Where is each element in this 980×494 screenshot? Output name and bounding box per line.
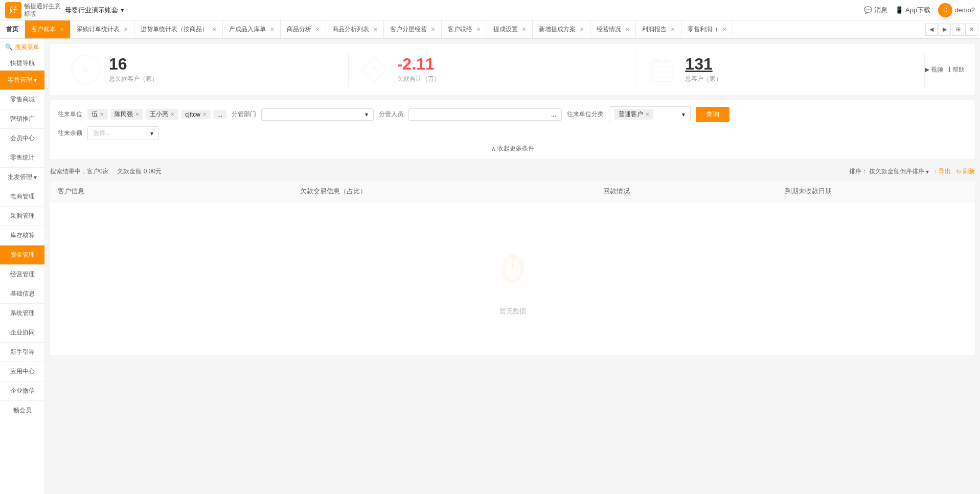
tag-cjttcw: cjttcw ✕ [181,110,211,119]
tab-purchase-stats[interactable]: 进货单统计表（按商品） ✕ [134,20,223,39]
tag-close-wang[interactable]: ✕ [170,111,174,117]
col-due-date: 到期未收款日期 [785,187,967,196]
tab-new-raise[interactable]: 新增提成方案 ✕ [533,20,590,39]
refresh-button[interactable]: ↻ 刷新 [956,167,975,176]
logo-area: 好 畅捷通好生意 标版 [5,2,61,18]
nav-prev-btn[interactable]: ◀ [925,24,938,36]
category-select[interactable]: 普通客户 ✕ ▾ [609,106,691,122]
nav-next-btn[interactable]: ▶ [939,24,951,36]
close-icon[interactable]: ✕ [522,27,526,32]
tab-product-analysis[interactable]: 商品分析 ✕ [281,20,326,39]
sidebar-item-enterprise[interactable]: 企业协同 [0,323,44,343]
tab-business-status[interactable]: 经营情况 ✕ [590,20,636,39]
col-repay-status: 回款情况 [603,187,785,196]
tab-product-entry[interactable]: 产成品入库单 ✕ [223,20,281,39]
sidebar-search[interactable]: 🔍 搜索菜单 [0,39,44,56]
chevron-down-icon: ▾ [365,111,368,118]
stats-row: ¥ 16 总欠款客户（家） ✦ -2.11 欠款合计（万） [50,44,975,95]
person-input[interactable]: ... [408,108,562,121]
store-selector[interactable]: 母婴行业演示账套 ▾ [65,6,124,15]
sidebar-item-basic[interactable]: 基础信息 [0,284,44,304]
sidebar-item-finance[interactable]: 资金管理 [0,245,44,265]
nav-close-btn[interactable]: ✕ [965,24,977,36]
sidebar-item-inventory[interactable]: 库存核算 [0,226,44,245]
sidebar-item-ecommerce[interactable]: 电商管理 [0,187,44,207]
sidebar-item-vip[interactable]: 畅会员 [0,401,44,420]
close-icon[interactable]: ✕ [124,27,128,32]
table-header: 客户信息 欠款交易信息（占比） 回款情况 到期未收款日期 [50,182,975,201]
tab-retail-profit[interactable]: 零售利润（ ✕ [681,20,733,39]
sidebar-item-guide[interactable]: 新手引导 [0,343,44,362]
sidebar-quick-nav[interactable]: 快捷导航 [0,56,44,71]
tag-close-chen[interactable]: ✕ [135,111,139,117]
chevron-down-icon: ▾ [121,6,124,14]
dept-select[interactable]: ▾ [261,108,374,121]
tab-customer-segment[interactable]: 客户分层经营 ✕ [384,20,442,39]
more-icon[interactable]: ... [551,111,556,118]
sidebar-item-retail-stats[interactable]: 零售统计 [0,148,44,168]
col-overdue-info: 欠款交易信息（占比） [300,187,603,196]
user-menu[interactable]: D demo2 [938,3,975,17]
close-icon[interactable]: ✕ [373,27,377,32]
svg-point-13 [510,253,516,259]
close-icon[interactable]: ✕ [580,27,584,32]
sidebar-item-wholesale[interactable]: 批发管理 ▾ [0,168,44,187]
close-icon[interactable]: ✕ [60,27,64,32]
tab-raise-setting[interactable]: 提成设置 ✕ [487,20,533,39]
remainder-select[interactable]: 选择... ▾ [87,126,159,140]
tab-customer-contact[interactable]: 客户联络 ✕ [442,20,487,39]
sidebar-item-apps[interactable]: 应用中心 [0,362,44,381]
export-button[interactable]: ↑ 导出 [934,167,951,176]
message-btn[interactable]: 💬 消息 [864,6,887,15]
category-label: 往来单位分类 [567,110,604,119]
app-download-btn[interactable]: 📱 App下载 [895,6,930,15]
nav-end-buttons: ◀ ▶ ⊞ ✕ [925,24,980,36]
tag-close-normal[interactable]: ✕ [645,111,649,117]
sidebar-item-purchase[interactable]: 采购管理 [0,207,44,226]
help-icon: ℹ [948,66,951,73]
content-area: ¥ 16 总欠款客户（家） ✦ -2.11 欠款合计（万） [45,39,980,494]
empty-icon [487,241,538,302]
help-btn[interactable]: ℹ 帮助 [948,65,965,74]
tab-customer-account[interactable]: 客户账本 ✕ [25,20,71,39]
sidebar-item-system[interactable]: 系统管理 [0,304,44,323]
close-icon[interactable]: ✕ [722,27,726,32]
sidebar-item-marketing[interactable]: 营销推广 [0,109,44,129]
close-icon[interactable]: ✕ [625,27,629,32]
collapse-button[interactable]: ∧ 收起更多条件 [491,144,534,153]
close-icon[interactable]: ✕ [476,27,481,32]
close-icon[interactable]: ✕ [431,27,435,32]
nav-expand-btn[interactable]: ⊞ [952,24,964,36]
logo-icon: 好 [5,2,21,18]
top-bar-right: 💬 消息 📱 App下载 D demo2 [864,3,975,17]
tag-close-cjttcw[interactable]: ✕ [202,111,207,117]
close-icon[interactable]: ✕ [212,27,216,32]
tab-profit-report[interactable]: 利润报告 ✕ [636,20,681,39]
sidebar-item-business[interactable]: 经营管理 [0,265,44,284]
sidebar-item-member[interactable]: 会员中心 [0,129,44,148]
tag-wu: 伍 ✕ [87,109,108,120]
dept-label: 分管部门 [232,110,256,119]
tab-product-analysis-list[interactable]: 商品分析列表 ✕ [326,20,384,39]
sidebar-item-retail-mall[interactable]: 零售商城 [0,90,44,109]
close-icon[interactable]: ✕ [315,27,320,32]
sort-button[interactable]: 排序： 按欠款金额倒序排序 ▾ [849,167,929,176]
close-icon[interactable]: ✕ [671,27,675,32]
svg-text:✦: ✦ [370,64,378,74]
tab-purchase-order[interactable]: 采购订单统计表 ✕ [71,20,134,39]
overdue-customers-label: 总欠款客户（家） [109,75,158,83]
filter-area: 往来单位 伍 ✕ 陈民强 ✕ 王小亮 ✕ cjttcw [50,100,975,159]
message-icon: 💬 [864,6,872,14]
query-button[interactable]: 查询 [696,107,730,122]
total-customers-number[interactable]: 131 [685,56,722,72]
data-table: 客户信息 欠款交易信息（占比） 回款情况 到期未收款日期 [50,182,975,355]
video-btn[interactable]: ▶ 视频 [925,65,943,74]
sidebar-item-retail-mgmt[interactable]: 零售管理 ▾ [0,71,44,90]
tab-home[interactable]: 首页 [0,20,25,39]
sidebar-item-wechat[interactable]: 企业微信 [0,381,44,401]
more-tags-btn[interactable]: ... [213,110,226,119]
refresh-icon: ↻ [956,168,961,175]
close-icon[interactable]: ✕ [270,27,274,32]
tag-close-wu[interactable]: ✕ [100,111,104,117]
tag-wang: 王小亮 ✕ [146,109,178,120]
